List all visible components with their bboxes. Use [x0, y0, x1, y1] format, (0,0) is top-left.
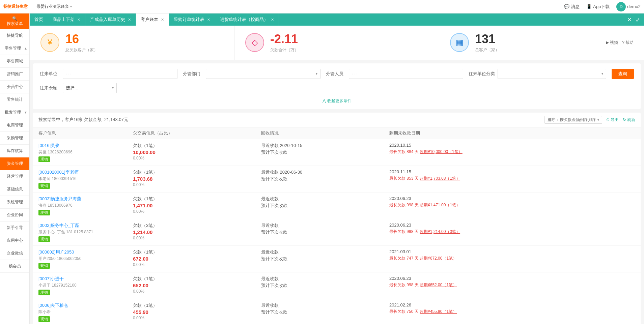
customer-name-1[interactable]: [0001020001]李老师: [38, 169, 133, 175]
sidebar-item-retail-stats[interactable]: 零售统计: [0, 93, 29, 106]
collapse-button[interactable]: ⋀ 收起更多条件: [40, 96, 634, 106]
customer-name-5[interactable]: [0007]小进干: [38, 276, 133, 282]
debt-ratio-1: 0.00%: [133, 182, 261, 187]
message-label: 消息: [571, 4, 580, 10]
tab-close-icon[interactable]: ✕: [161, 18, 164, 22]
recovery-next-1: 预计下次收款: [261, 176, 389, 182]
due-date-0: 2020.10.15: [389, 143, 635, 148]
debt-amount-3: 1,214.00: [133, 229, 261, 235]
sidebar-item-wechat[interactable]: 企业微信: [0, 247, 29, 260]
help-action[interactable]: ? 帮助: [622, 40, 634, 46]
tab-home[interactable]: 首页: [30, 13, 48, 26]
overdue-amount-4[interactable]: 超期¥672.00（1笔）: [420, 256, 457, 261]
due-date-2: 2020.06.23: [389, 196, 635, 201]
customer-info-1: [0001020001]李老师 李老师 18600391516 现销: [38, 169, 133, 189]
table-row: [0016]吴俊 吴俊 13026203696 现销 欠款（1笔） 10,000…: [33, 139, 641, 166]
stat-label-debt: 欠款合计（万）: [270, 47, 299, 53]
sidebar-item-operations[interactable]: 经营管理: [0, 170, 29, 183]
overdue-amount-5[interactable]: 超期¥652.00（1笔）: [420, 283, 457, 287]
sidebar-item-system[interactable]: 系统管理: [0, 196, 29, 209]
sidebar: 🔍 搜索菜单 快捷导航 零售管理 ▲ 零售商城 营销推广 会员中心 零售统计: [0, 13, 30, 324]
sidebar-item-retail-mall[interactable]: 零售商城: [0, 55, 29, 68]
debt-amount-0: 10,000.00: [133, 149, 261, 155]
recovery-next-6: 预计下次收款: [261, 309, 389, 315]
sidebar-item-quick-nav[interactable]: 快捷导航: [0, 29, 29, 42]
sidebar-item-vip[interactable]: 畅会员: [0, 260, 29, 273]
date-info-4: 2021.03.01 最长欠款 747 天 超期¥672.00（1笔）: [389, 249, 635, 261]
from-unit-input[interactable]: ···: [63, 69, 177, 79]
tab-import-stats[interactable]: 进货单统计表（按商品） ✕: [215, 13, 279, 26]
overdue-amount-2[interactable]: 超期¥1,471.00（1笔）: [420, 203, 460, 207]
customer-tag-4: 现销: [38, 263, 50, 269]
tab-customer-account[interactable]: 客户账本 ✕: [136, 13, 169, 26]
overdue-amount-6[interactable]: 超期¥455.90（1笔）: [420, 309, 457, 314]
overdue-6: 最长欠款 750 天 超期¥455.90（1笔）: [389, 309, 635, 315]
sidebar-item-ecommerce[interactable]: 电商管理: [0, 119, 29, 132]
customer-name-0[interactable]: [0016]吴俊: [38, 143, 133, 149]
tab-close-icon[interactable]: ✕: [77, 18, 80, 22]
app-download-action[interactable]: 📱 App下载: [586, 4, 610, 10]
recovery-info-5: 最近收款 预计下次收款: [261, 276, 389, 289]
tab-close-icon[interactable]: ✕: [128, 18, 131, 22]
results-summary: 搜索结果中，客户16家 欠款金额 -21,148.07元: [38, 117, 128, 123]
tab-close-icon[interactable]: ✕: [207, 18, 210, 22]
results-actions: 排序：按欠款金额倒序排序 ▾ ⊙ 导出 ↻ 刷新: [544, 116, 635, 124]
debt-title-0: 欠款（1笔）: [133, 143, 261, 149]
export-action[interactable]: ⊙ 导出: [606, 117, 619, 123]
sidebar-item-inventory[interactable]: 库存核算: [0, 145, 29, 157]
overdue-amount-0[interactable]: 超期¥10,000.00（1笔）: [420, 149, 463, 154]
sidebar-search[interactable]: 🔍 搜索菜单: [0, 13, 29, 29]
customer-name-2[interactable]: [0003]畅捷服务尹海燕: [38, 196, 133, 202]
due-date-3: 2020.06.23: [389, 223, 635, 228]
debt-amount-5: 652.00: [133, 283, 261, 288]
tab-bar: 首页 商品上下架 ✕ 产成品入库单历史 ✕ 客户账本 ✕ 采购订单统计表 ✕: [30, 13, 644, 26]
sidebar-item-finance[interactable]: 资金管理: [0, 157, 29, 170]
overdue-amount-3[interactable]: 超期¥1,214.00（3笔）: [420, 229, 460, 234]
sidebar-item-marketing[interactable]: 营销推广: [0, 68, 29, 81]
store-selector[interactable]: 母婴行业演示账套 ▾: [33, 4, 87, 9]
sidebar-item-batch-mgmt[interactable]: 批发管理 ▼: [0, 106, 29, 119]
customer-contact-4: 用户2050 18665062050: [38, 256, 133, 262]
sidebar-item-enterprise[interactable]: 企业协同: [0, 209, 29, 222]
tab-product-history[interactable]: 产成品入库单历史 ✕: [85, 13, 136, 26]
tab-close-all-icon[interactable]: ✕: [626, 16, 633, 24]
tab-purchase-stats[interactable]: 采购订单统计表 ✕: [169, 13, 215, 26]
sidebar-label-wechat: 企业微信: [7, 251, 23, 256]
video-action[interactable]: ▶ 视频: [606, 40, 618, 46]
debt-info-3: 欠款（3笔） 1,214.00 0.00%: [133, 223, 261, 240]
overdue-amount-1[interactable]: 超期¥1,703.68（1笔）: [420, 176, 460, 181]
filter-balance: 往来余额 选择... ▾: [40, 83, 634, 93]
sidebar-item-retail-mgmt[interactable]: 零售管理 ▲: [0, 42, 29, 55]
sidebar-item-guide[interactable]: 新手引导: [0, 222, 29, 234]
stat-icon-debt: ◇: [245, 32, 265, 53]
stat-number-customers: 16: [65, 32, 98, 46]
sidebar-item-purchase[interactable]: 采购管理: [0, 132, 29, 145]
sort-select[interactable]: 排序：按欠款金额倒序排序 ▾: [544, 116, 602, 124]
refresh-action[interactable]: ↻ 刷新: [623, 117, 635, 123]
unit-category-select[interactable]: ▾: [498, 69, 606, 79]
person-input[interactable]: ···: [349, 69, 464, 79]
sidebar-item-app-center[interactable]: 应用中心: [0, 234, 29, 247]
customer-name-4[interactable]: [000002]用户2050: [38, 249, 133, 255]
customer-name-6[interactable]: [0006]去下粮仓: [38, 302, 133, 308]
customer-name-3[interactable]: [0002]服务中心_丁磊: [38, 223, 133, 229]
sidebar-item-member[interactable]: 会员中心: [0, 81, 29, 93]
recovery-date-label-5: 最近收款: [261, 276, 279, 282]
user-action[interactable]: D demo2: [616, 2, 641, 11]
tab-home-label: 首页: [34, 17, 43, 23]
tab-product-offshelf[interactable]: 商品上下架 ✕: [48, 13, 85, 26]
message-action[interactable]: 💬 消息: [564, 4, 580, 10]
customer-info-3: [0002]服务中心_丁磊 服务中心_丁磊 181 0125 8371 现销: [38, 223, 133, 242]
balance-select[interactable]: 选择... ▾: [63, 83, 117, 93]
recovery-next-4: 预计下次收款: [261, 256, 389, 262]
tab-close-icon[interactable]: ✕: [271, 18, 274, 22]
sidebar-label-finance: 资金管理: [7, 161, 23, 166]
query-button[interactable]: 查询: [612, 69, 634, 79]
sidebar-item-basic-info[interactable]: 基础信息: [0, 183, 29, 196]
tab-maximize-icon[interactable]: ⤢: [634, 16, 641, 24]
dept-select[interactable]: ▾: [206, 69, 320, 79]
stat-number-debt: -2.11: [270, 32, 299, 46]
sidebar-label-operations: 经营管理: [7, 174, 23, 179]
sidebar-label-ecommerce: 电商管理: [7, 123, 23, 127]
debt-ratio-3: 0.00%: [133, 236, 261, 240]
